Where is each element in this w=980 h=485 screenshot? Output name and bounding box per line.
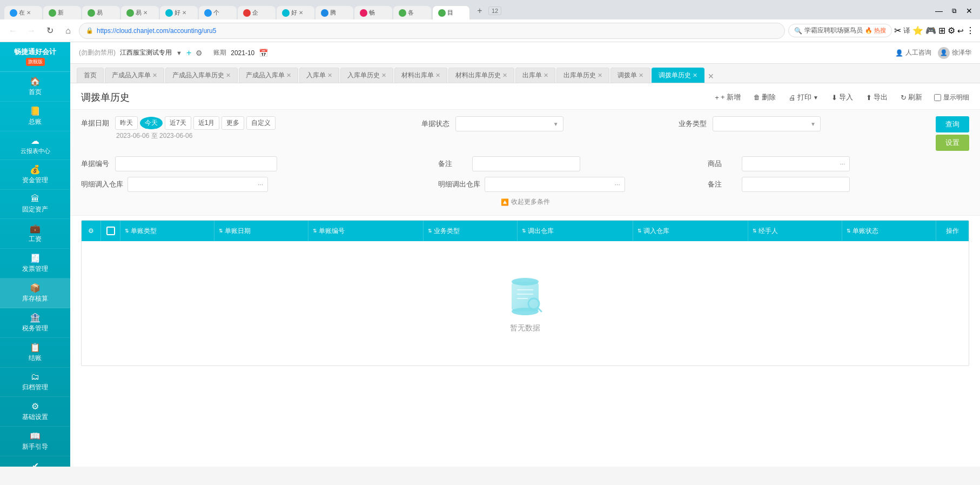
tab-close-active-icon[interactable]: ✕ — [693, 72, 697, 79]
tab-close-icon[interactable]: ✕ — [152, 72, 157, 79]
search-bar[interactable]: 🔍 学霸应聘职场驱鸟员 🔥 热搜 — [788, 24, 892, 37]
sidebar-item-closing[interactable]: 📋 结账 — [0, 338, 70, 368]
back-button[interactable]: ← — [5, 23, 21, 38]
browser-tab[interactable]: 企 — [238, 6, 276, 19]
browser-tab-active[interactable]: 目 — [432, 5, 470, 19]
delete-button[interactable]: 🗑 删除 — [748, 90, 781, 105]
note2-input[interactable] — [742, 177, 850, 192]
print-button[interactable]: 🖨 打印 ▼ — [783, 90, 824, 105]
sidebar-item-home[interactable]: 🏠 首页 — [0, 72, 70, 102]
refresh-page-button[interactable]: ↻ 刷新 — [895, 90, 928, 105]
browser-tab[interactable]: 新 — [43, 6, 81, 19]
tab-close-icon[interactable]: ✕ — [502, 72, 507, 79]
new-record-button[interactable]: + + 新增 — [709, 90, 746, 105]
sidebar-item-tax[interactable]: 🏦 税务管理 — [0, 308, 70, 338]
export-button[interactable]: ⬆ 导出 — [861, 90, 893, 105]
sidebar-item-inventory[interactable]: 📦 库存核算 — [0, 278, 70, 308]
page-tab-chanpin-ruku2[interactable]: 产成品入库单 ✕ — [239, 68, 298, 83]
minimize-button[interactable]: — — [932, 4, 945, 17]
browser-tab[interactable]: 各 — [393, 6, 431, 19]
translate-btn[interactable]: 译 — [903, 26, 910, 36]
today-btn[interactable]: 今天 — [140, 117, 163, 129]
game-icon-btn[interactable]: 🎮 — [925, 25, 936, 36]
page-tab-chanpin-ruku-history[interactable]: 产成品入库单历史 ✕ — [165, 68, 238, 83]
sidebar-item-invoice[interactable]: 🧾 发票管理 — [0, 249, 70, 278]
tab-close-icon[interactable]: ✕ — [639, 72, 643, 79]
last7days-btn[interactable]: 近7天 — [165, 116, 191, 130]
doc-status-select[interactable]: ▼ — [455, 116, 563, 131]
browser-tab[interactable]: 易 — [82, 6, 120, 19]
home-button[interactable]: ⌂ — [61, 23, 76, 38]
company-dropdown-button[interactable]: ▼ — [176, 50, 182, 56]
tab-close-icon[interactable]: ✕ — [543, 72, 548, 79]
menu-btn[interactable]: ⋮ — [966, 25, 975, 36]
page-tab-home[interactable]: 首页 — [77, 68, 104, 83]
th-docno[interactable]: ⇅ 单账编号 — [308, 221, 424, 241]
custom-date-btn[interactable]: 自定义 — [246, 116, 276, 130]
settings-icon-btn[interactable]: ⚙ — [948, 25, 955, 36]
sidebar-item-settings[interactable]: ⚙ 基础设置 — [0, 397, 70, 427]
browser-tab[interactable]: 易 ✕ — [121, 6, 159, 19]
service-button[interactable]: 👤 人工咨询 — [895, 48, 931, 57]
collapse-filter-button[interactable]: 🔼 收起更多条件 — [501, 197, 550, 207]
company-settings-button[interactable]: ⚙ — [196, 49, 203, 57]
browser-tab[interactable]: 好 ✕ — [160, 6, 198, 19]
user-menu-button[interactable]: 👤 徐泽华 — [938, 47, 971, 59]
th-docdate[interactable]: ⇅ 单账日期 — [214, 221, 308, 241]
detail-in-warehouse-select[interactable]: ··· — [127, 177, 268, 192]
th-doctype[interactable]: ⇅ 单账类型 — [120, 221, 214, 241]
doc-no-input[interactable] — [115, 156, 277, 171]
browser-tab[interactable]: 在 ✕ — [4, 6, 42, 19]
page-tab-cailiao-chuku[interactable]: 材料出库单 ✕ — [394, 68, 447, 83]
sidebar-item-archive[interactable]: 🗂 归档管理 — [0, 368, 70, 397]
sidebar-item-guide[interactable]: 📖 新手引导 — [0, 427, 70, 456]
display-detail-checkbox[interactable]: 显示明细 — [934, 93, 969, 102]
tab-close-icon[interactable]: ✕ — [327, 72, 332, 79]
scissors-icon-btn[interactable]: ✂ — [894, 25, 901, 36]
browser-tab[interactable]: 个 — [199, 6, 237, 19]
tab-close-icon[interactable]: ✕ — [598, 72, 602, 79]
sidebar-item-funds[interactable]: 💰 资金管理 — [0, 160, 70, 190]
last1month-btn[interactable]: 近1月 — [193, 116, 220, 130]
page-tab-chuku-history[interactable]: 出库单历史 ✕ — [556, 68, 609, 83]
page-tab-chuku[interactable]: 出库单 ✕ — [515, 68, 555, 83]
tab-close-icon[interactable]: ✕ — [435, 72, 440, 79]
filter-settings-button[interactable]: 设置 — [936, 135, 969, 151]
sidebar-item-assets[interactable]: 🏛 固定资产 — [0, 190, 70, 219]
page-tab-ruku-history[interactable]: 入库单历史 ✕ — [340, 68, 393, 83]
sidebar-item-wages[interactable]: 💼 工资 — [0, 219, 70, 249]
calendar-button[interactable]: 📅 — [259, 49, 268, 57]
tab-close-icon[interactable]: ✕ — [226, 72, 231, 79]
grid-icon-btn[interactable]: ⊞ — [938, 25, 945, 36]
th-check[interactable] — [101, 221, 120, 241]
page-tab-cailiao-chuku-history[interactable]: 材料出库单历史 ✕ — [448, 68, 514, 83]
note-input[interactable] — [472, 156, 580, 171]
close-all-tabs-button[interactable]: ✕ — [708, 72, 714, 83]
more-date-btn[interactable]: 更多 — [221, 116, 244, 130]
tab-close-icon[interactable]: ✕ — [381, 72, 386, 79]
tab-close-icon[interactable]: ✕ — [286, 72, 291, 79]
th-gear[interactable]: ⚙ — [82, 221, 101, 241]
goods-select[interactable]: ··· — [742, 156, 850, 171]
yesterday-btn[interactable]: 昨天 — [115, 116, 138, 130]
refresh-browser-button[interactable]: ↻ — [42, 23, 57, 38]
forward-button[interactable]: → — [24, 23, 39, 38]
browser-tab[interactable]: 畅 — [354, 6, 392, 19]
browser-tab[interactable]: 好 ✕ — [277, 6, 314, 19]
import-button[interactable]: ⬇ 导入 — [826, 90, 858, 105]
display-detail-input[interactable] — [934, 94, 941, 101]
page-tab-diaobo[interactable]: 调拨单 ✕ — [610, 68, 650, 83]
new-tab-button[interactable]: + — [473, 4, 486, 17]
maximize-button[interactable]: ⧉ — [948, 4, 961, 17]
th-handler[interactable]: ⇅ 经手人 — [748, 221, 842, 241]
detail-out-warehouse-select[interactable]: ··· — [485, 177, 625, 192]
biz-type-select[interactable]: ▼ — [713, 116, 821, 131]
sidebar-item-member[interactable]: ✔ 畅会员 — [0, 456, 70, 467]
th-status[interactable]: ⇅ 单账状态 — [842, 221, 936, 241]
sidebar-item-ledger[interactable]: 📒 总账 — [0, 102, 70, 131]
page-tab-diaobo-history[interactable]: 调拨单历史 ✕ — [652, 68, 704, 83]
th-inwarehouse[interactable]: ⇅ 调入仓库 — [633, 221, 748, 241]
undo-btn[interactable]: ↩ — [957, 26, 964, 35]
add-company-button[interactable]: + — [186, 48, 191, 58]
star-icon-btn[interactable]: ⭐ — [912, 25, 923, 36]
